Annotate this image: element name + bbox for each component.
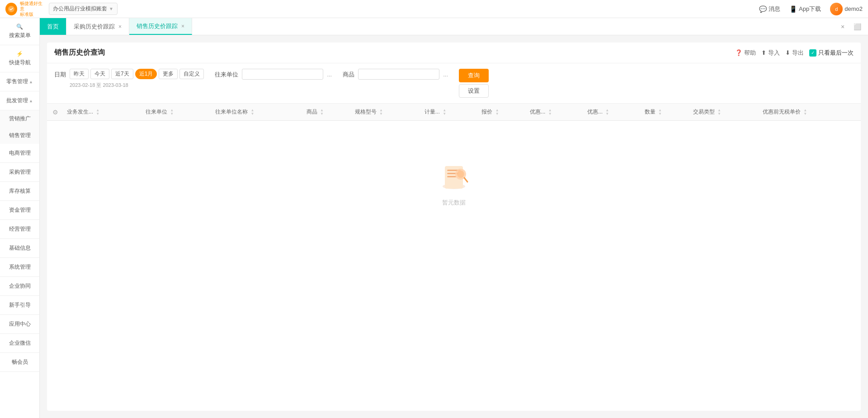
query-button[interactable]: 查询 [459, 69, 489, 82]
sidebar-item-enterprise[interactable]: 企业协同 [0, 277, 39, 296]
svg-point-6 [457, 171, 464, 178]
message-icon: 💬 [759, 5, 767, 13]
empty-state: 暂元数据 [47, 121, 861, 243]
message-button[interactable]: 💬 消息 [759, 5, 780, 13]
tab-bar: 首页 采购历史价跟踪 × 销售历史价跟踪 × × ⬜ [40, 18, 868, 35]
sort-icon: ▲▼ [548, 109, 552, 116]
date-options-row: 昨天 今天 近7天 近1月 更多 自定义 [70, 69, 204, 79]
sidebar-item-purchase-mgmt[interactable]: 采购管理 [0, 163, 39, 182]
sort-icon: ▲▼ [379, 109, 383, 116]
sidebar-item-search-menu[interactable]: 🔍 搜索菜单 [0, 18, 39, 45]
goods-input-group: ... [358, 69, 448, 80]
page-title: 销售历史价查询 [54, 48, 105, 57]
sidebar-item-guide[interactable]: 新手引导 [0, 296, 39, 315]
sidebar-item-enterprise-wechat[interactable]: 企业微信 [0, 334, 39, 353]
sidebar-item-finance-mgmt[interactable]: 资金管理 [0, 201, 39, 220]
date-filter-group: 日期 昨天 今天 近7天 近1月 更多 自定义 2023-02-18 至 202… [54, 69, 204, 89]
col-biz-date[interactable]: 业务发生... ▲▼ [63, 104, 142, 121]
phone-icon: 📱 [789, 5, 797, 13]
date-btn-custom[interactable]: 自定义 [179, 69, 204, 79]
svg-rect-4 [447, 176, 456, 177]
export-button[interactable]: ⬇ 导出 [785, 49, 804, 57]
col-quoted-price[interactable]: 报价 ▲▼ [478, 104, 526, 121]
goods-input[interactable] [358, 69, 439, 80]
sort-icon: ▲▼ [717, 109, 721, 116]
tab-sales-history[interactable]: 销售历史价跟踪 × [129, 18, 192, 35]
tab-purchase-history[interactable]: 采购历史价跟踪 × [66, 18, 129, 35]
sidebar-item-ecommerce-mgmt[interactable]: 电商管理 [0, 144, 39, 163]
col-goods[interactable]: 商品 ▲▼ [303, 104, 351, 121]
sidebar-item-retail-mgmt[interactable]: 零售管理 ▲ [0, 72, 39, 91]
col-trade-type[interactable]: 交易类型 ▲▼ [689, 104, 759, 121]
col-spec[interactable]: 规格型号 ▲▼ [351, 104, 421, 121]
partner-input[interactable] [242, 69, 323, 80]
col-partner-code[interactable]: 往来单位 ▲▼ [142, 104, 212, 121]
maximize-button[interactable]: ⬜ [852, 21, 863, 32]
arrow-icon: ▲ [29, 80, 33, 84]
top-bar: 畅捷通好生意 标准版 办公用品行业模拟账套 ▼ 💬 消息 📱 App下载 d d… [0, 0, 868, 18]
logo-area: 畅捷通好生意 标准版 [5, 1, 45, 17]
col-quantity[interactable]: 数量 ▲▼ [641, 104, 689, 121]
sidebar-item-basic-info[interactable]: 基础信息 [0, 239, 39, 258]
empty-illustration [436, 157, 472, 193]
logo-icon [5, 3, 17, 15]
partner-dots-button[interactable]: ... [327, 71, 332, 78]
goods-label: 商品 [343, 69, 354, 79]
sidebar-item-marketing[interactable]: 营销推广 [0, 110, 39, 127]
col-partner-name[interactable]: 往来单位名称 ▲▼ [212, 104, 303, 121]
goods-filter-group: 商品 ... [343, 69, 448, 80]
tab-home-label: 首页 [47, 23, 59, 31]
nav-icon: ⚡ [16, 51, 23, 57]
date-label: 日期 [54, 69, 66, 79]
only-last-checkbox[interactable]: ✓ 只看最后一次 [809, 49, 854, 57]
app-download-button[interactable]: 📱 App下载 [789, 5, 821, 13]
close-sales-history-tab[interactable]: × [181, 24, 184, 29]
sort-icon: ▲▼ [320, 109, 324, 116]
col-discount1[interactable]: 优惠... ▲▼ [526, 104, 584, 121]
tab-sales-history-label: 销售历史价跟踪 [137, 22, 178, 30]
sidebar-item-member[interactable]: 畅会员 [0, 353, 39, 372]
date-btn-yesterday[interactable]: 昨天 [70, 69, 89, 79]
date-btn-more[interactable]: 更多 [159, 69, 178, 79]
goods-dots-button[interactable]: ... [443, 71, 448, 78]
sidebar-item-inventory[interactable]: 库存核算 [0, 182, 39, 201]
date-btn-last7[interactable]: 近7天 [111, 69, 133, 79]
date-btn-today[interactable]: 今天 [90, 69, 109, 79]
filter-bar: 日期 昨天 今天 近7天 近1月 更多 自定义 2023-02-18 至 202… [47, 63, 861, 104]
check-icon: ✓ [809, 49, 816, 57]
user-profile[interactable]: d demo2 [830, 3, 863, 15]
sidebar-item-wholesale-mgmt[interactable]: 批发管理 ▲ [0, 91, 39, 110]
date-range-text: 2023-02-18 至 2023-03-18 [70, 82, 204, 89]
filter-buttons: 查询 设置 [459, 69, 489, 98]
close-all-tabs-button[interactable]: × [837, 21, 848, 32]
logo-text: 畅捷通好生意 标准版 [20, 1, 45, 17]
app-selector-label: 办公用品行业模拟账套 [53, 5, 107, 13]
chevron-down-icon: ▼ [109, 6, 113, 11]
date-btn-last1m[interactable]: 近1月 [135, 69, 157, 79]
sort-icon: ▲▼ [96, 109, 99, 116]
col-pre-tax-price[interactable]: 优惠前无税单价 ▲▼ [759, 104, 861, 121]
sort-icon: ▲▼ [250, 109, 254, 116]
tab-home[interactable]: 首页 [40, 18, 66, 35]
col-discount2[interactable]: 优惠... ▲▼ [584, 104, 641, 121]
settings-button[interactable]: 设置 [459, 84, 489, 98]
col-settings[interactable]: ⚙ [47, 104, 63, 121]
page-container: 销售历史价查询 ❓ 帮助 ⬆ 导入 ⬇ 导出 ✓ 只看最后一次 [47, 43, 861, 411]
gear-icon[interactable]: ⚙ [52, 109, 58, 116]
tab-purchase-history-label: 采购历史价跟踪 [74, 23, 115, 31]
import-icon: ⬆ [761, 49, 766, 56]
export-icon: ⬇ [785, 49, 790, 56]
app-selector[interactable]: 办公用品行业模拟账套 ▼ [49, 3, 118, 15]
import-button[interactable]: ⬆ 导入 [761, 49, 780, 57]
sidebar-item-app-center[interactable]: 应用中心 [0, 315, 39, 334]
sidebar-item-ops-mgmt[interactable]: 经营管理 [0, 220, 39, 239]
sidebar-item-sys-mgmt[interactable]: 系统管理 [0, 258, 39, 277]
sidebar-item-quick-nav[interactable]: ⚡ 快捷导航 [0, 45, 39, 72]
close-purchase-history-tab[interactable]: × [118, 24, 122, 29]
help-icon: ❓ [735, 49, 742, 56]
col-unit[interactable]: 计量... ▲▼ [421, 104, 478, 121]
page-header: 销售历史价查询 ❓ 帮助 ⬆ 导入 ⬇ 导出 ✓ 只看最后一次 [47, 43, 861, 63]
help-button[interactable]: ❓ 帮助 [735, 49, 756, 57]
sort-icon: ▲▼ [605, 109, 609, 116]
sidebar-item-sales-mgmt[interactable]: 销售管理 [0, 127, 39, 144]
